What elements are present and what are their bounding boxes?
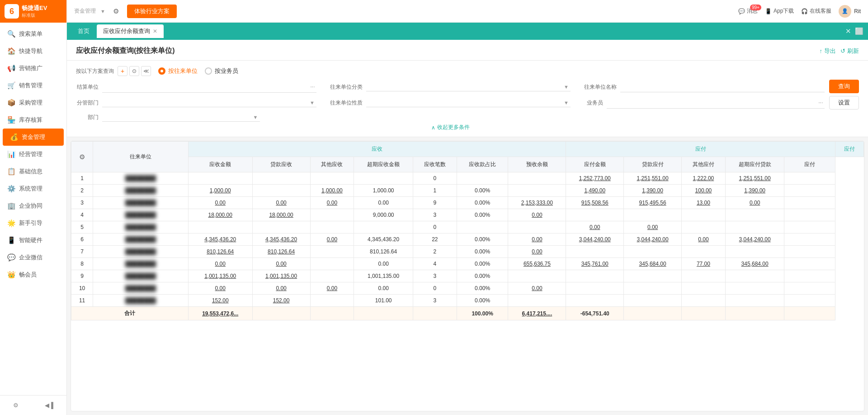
row-prepaid[interactable] [508,185,566,197]
sidebar-item-quick-nav[interactable]: 🏠 快捷导航 [0,43,66,60]
tab-ar-ap-balance[interactable]: 应收应付余额查询 ✕ [97,24,164,38]
unit-nature-input[interactable]: ▼ [366,99,571,107]
row-loan-ar[interactable]: 0.00 [252,197,310,209]
row-loan-ap[interactable] [624,246,682,258]
sidebar-item-operations[interactable]: 📊 经营管理 [0,146,66,163]
row-ar-amount[interactable]: 152.00 [188,295,252,307]
row-ap-amount[interactable] [566,295,624,307]
row-other-ar[interactable] [310,172,354,185]
tab-close-btn[interactable]: ✕ [153,28,157,34]
row-loan-ar[interactable]: 18,000.00 [252,209,310,221]
row-loan-ap[interactable] [624,295,682,307]
row-other-ap[interactable] [682,246,726,258]
row-prepaid[interactable] [508,270,566,282]
sidebar-item-inventory[interactable]: 🏪 库存核算 [0,111,66,129]
row-other-ar[interactable] [310,209,354,221]
topbar-user[interactable]: 👤 Rit [839,5,861,18]
row-other-ar[interactable] [310,295,354,307]
row-overdue-ap[interactable] [725,246,784,258]
row-other-ap[interactable]: 0.00 [682,234,726,246]
row-ap-amount[interactable]: 0.00 [566,221,624,234]
row-other-ar[interactable] [310,270,354,282]
row-prepaid[interactable]: 2,153,333.00 [508,197,566,209]
row-overdue-ap[interactable]: 1,390.00 [725,185,784,197]
row-other-ar[interactable] [310,246,354,258]
collapse-filter-btn[interactable]: ∧ 收起更多条件 [431,124,470,131]
prev-scheme-btn[interactable]: ≪ [141,66,151,76]
sidebar-item-enterprise[interactable]: 🏢 企业协同 [0,197,66,215]
row-ap-amount[interactable]: 915,508.56 [566,197,624,209]
row-loan-ap[interactable]: 1,390.00 [624,185,682,197]
edit-scheme-btn[interactable]: ⊙ [129,66,139,76]
row-ar-amount[interactable]: 0.00 [188,258,252,270]
row-loan-ap[interactable] [624,209,682,221]
row-loan-ap[interactable] [624,270,682,282]
row-overdue-ap[interactable] [725,221,784,234]
row-loan-ap[interactable]: 1,251,551.00 [624,172,682,185]
maximize-tab-action-btn[interactable]: ⬜ [855,27,863,35]
total-ar-amount[interactable]: 19,553,472,6... [188,307,252,320]
sidebar-item-sales[interactable]: 🛒 销售管理 [0,77,66,94]
row-other-ap[interactable]: 1,222.00 [682,172,726,185]
row-overdue-ap[interactable] [725,209,784,221]
sidebar-item-member[interactable]: 👑 畅会员 [0,266,66,283]
row-ap-amount[interactable]: 1,252,773.00 [566,172,624,185]
add-scheme-btn[interactable]: + [118,66,127,76]
row-loan-ar[interactable]: 1,001,135.00 [252,270,310,282]
topbar-app-download-btn[interactable]: 📱 App下载 [765,7,794,15]
row-loan-ar[interactable]: 4,345,436.20 [252,234,310,246]
topbar-message-btn[interactable]: 💬 消息 99+ [738,7,758,15]
unit-name-input[interactable] [620,82,825,92]
row-prepaid[interactable]: 0.00 [508,246,566,258]
row-ap-amount[interactable]: 1,490.00 [566,185,624,197]
row-ar-amount[interactable]: 18,000.00 [188,209,252,221]
row-overdue-ap[interactable]: 1,251,551.00 [725,172,784,185]
row-prepaid[interactable] [508,221,566,234]
table-scroll-container[interactable]: ⚙ 往来单位 应收 应付 应付 应收金额 贷款应收 其他应收 [71,141,864,411]
export-button[interactable]: ↑ 导出 [820,47,836,55]
row-other-ar[interactable] [310,221,354,234]
row-other-ap[interactable] [682,282,726,295]
row-prepaid[interactable]: 655,636.75 [508,258,566,270]
settings-bottom-btn[interactable]: ⚙ [9,399,23,411]
total-prepaid[interactable]: 6,417,215.... [508,307,566,320]
row-loan-ap[interactable]: 915,495.56 [624,197,682,209]
scheme-option-by-staff[interactable]: 按业务员 [205,67,238,75]
sidebar-item-purchase[interactable]: 📦 采购管理 [0,94,66,111]
row-overdue-ap[interactable] [725,270,784,282]
topbar-dropdown[interactable]: ▼ [100,9,105,14]
solution-button[interactable]: 体验行业方案 [127,5,177,18]
row-other-ar[interactable]: 0.00 [310,282,354,295]
tab-home[interactable]: 首页 [71,24,96,38]
row-loan-ar[interactable] [252,185,310,197]
row-loan-ap[interactable]: 0.00 [624,221,682,234]
row-overdue-ap[interactable]: 3,044,240.00 [725,234,784,246]
row-ar-amount[interactable]: 1,001,135.00 [188,270,252,282]
row-prepaid[interactable]: 0.00 [508,234,566,246]
row-ar-amount[interactable] [188,221,252,234]
refresh-button[interactable]: ↺ 刷新 [840,47,859,55]
row-other-ap[interactable] [682,221,726,234]
branch-dept-input[interactable]: ▼ [102,99,316,107]
row-other-ar[interactable]: 0.00 [310,234,354,246]
query-button[interactable]: 查询 [829,80,859,93]
row-other-ap[interactable]: 77.00 [682,258,726,270]
row-overdue-ap[interactable]: 0.00 [725,197,784,209]
sidebar-item-basic-info[interactable]: 📋 基础信息 [0,163,66,180]
row-ap-amount[interactable]: 3,044,240.00 [566,234,624,246]
row-ar-amount[interactable]: 1,000.00 [188,185,252,197]
row-ap-amount[interactable] [566,282,624,295]
row-other-ap[interactable]: 100.00 [682,185,726,197]
sidebar-item-smart-hw[interactable]: 📱 智能硬件 [0,232,66,249]
row-ar-amount[interactable]: 810,126.64 [188,246,252,258]
row-prepaid[interactable] [508,172,566,185]
close-tab-action-btn[interactable]: ✕ [845,27,851,35]
row-ap-amount[interactable] [566,246,624,258]
row-loan-ap[interactable] [624,282,682,295]
row-overdue-ap[interactable] [725,282,784,295]
row-other-ar[interactable]: 0.00 [310,197,354,209]
row-loan-ar[interactable]: 0.00 [252,258,310,270]
row-loan-ar[interactable]: 152.00 [252,295,310,307]
row-other-ap[interactable]: 13.00 [682,197,726,209]
sidebar-item-guide[interactable]: 🌟 新手引导 [0,215,66,232]
